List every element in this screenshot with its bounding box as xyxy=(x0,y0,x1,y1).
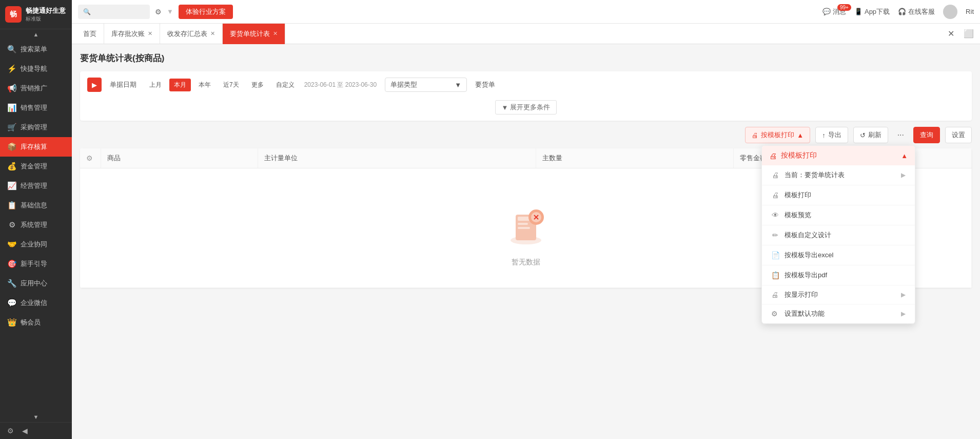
sidebar-logo: 畅 畅捷通好生意 标准版 xyxy=(0,0,72,29)
topbar: 🔍 ⚙ ▼ 体验行业方案 💬 消息 99+ 📱 App下载 🎧 在线客服 Rit xyxy=(72,0,980,24)
purchase-icon: 🛒 xyxy=(7,123,16,132)
excel-icon: 📄 xyxy=(771,251,779,259)
expand-icon: ▼ xyxy=(502,104,508,111)
dropdown-header[interactable]: 🖨 按模板打印 ▲ xyxy=(762,146,915,165)
sidebar: 畅 畅捷通好生意 标准版 ▲ 🔍 搜索菜单 ⚡ 快捷导航 📢 营销推广 📊 销售… xyxy=(0,0,72,439)
tab-order-stats[interactable]: 要货单统计表 ✕ xyxy=(223,24,285,44)
type-select[interactable]: 单据类型 ▼ xyxy=(385,78,467,92)
sidebar-item-label: 销售管理 xyxy=(21,103,47,112)
defaults-label: 设置默认功能 xyxy=(785,309,825,318)
app-download-item[interactable]: 📱 App下载 xyxy=(854,7,890,16)
dropdown-item-print[interactable]: 🖨 模板打印 xyxy=(762,185,915,205)
table-settings-icon[interactable]: ⚙ xyxy=(86,154,93,162)
sidebar-item-quick-nav[interactable]: ⚡ 快捷导航 xyxy=(0,59,72,79)
dropdown-header-label: 按模板打印 xyxy=(781,151,817,160)
query-button[interactable]: 查询 xyxy=(913,127,940,143)
dropdown-section-defaults[interactable]: ⚙ 设置默认功能 ▶ xyxy=(762,304,915,323)
dropdown-section-display-print[interactable]: 🖨 按显示打印 ▶ xyxy=(762,285,915,304)
filter-expand-button[interactable]: ▶ xyxy=(87,78,102,92)
sidebar-item-system[interactable]: ⚙ 系统管理 xyxy=(0,215,72,235)
user-avatar[interactable] xyxy=(943,5,957,19)
export-label: 导出 xyxy=(828,130,841,140)
topbar-search-icon: 🔍 xyxy=(83,8,91,15)
tab-close-icon[interactable]: ✕ xyxy=(210,30,215,37)
sidebar-item-beginner[interactable]: 🎯 新手引导 xyxy=(0,254,72,274)
sidebar-item-member[interactable]: 👑 畅会员 xyxy=(0,313,72,332)
date-filter-label: 单据日期 xyxy=(110,80,136,89)
print-template-button[interactable]: 🖨 按模板打印 ▲ xyxy=(745,127,810,143)
app-download-label: App下载 xyxy=(865,7,890,16)
settings-label: 设置 xyxy=(952,130,965,140)
sidebar-item-inventory[interactable]: 📦 库存核算 xyxy=(0,137,72,157)
topbar-search-box[interactable]: 🔍 xyxy=(78,5,150,19)
dropdown-collapse-icon[interactable]: ▲ xyxy=(901,152,908,160)
tab-close-icon[interactable]: ✕ xyxy=(148,30,152,37)
sidebar-item-label: 资金管理 xyxy=(21,162,47,171)
design-icon: ✏ xyxy=(771,231,779,239)
tab-close-icon[interactable]: ✕ xyxy=(273,30,278,37)
wechat-icon: 💬 xyxy=(7,298,16,308)
marketing-icon: 📢 xyxy=(7,84,16,93)
settings-button[interactable]: 设置 xyxy=(945,127,972,143)
sidebar-item-enterprise[interactable]: 🤝 企业协同 xyxy=(0,235,72,254)
headset-icon: 🎧 xyxy=(898,8,906,15)
sidebar-item-apps[interactable]: 🔧 应用中心 xyxy=(0,274,72,293)
sidebar-item-operations[interactable]: 📈 经营管理 xyxy=(0,176,72,196)
sidebar-scroll-down[interactable]: ▼ xyxy=(0,412,72,422)
date-btn-last-month[interactable]: 上月 xyxy=(145,79,166,91)
export-icon: ↑ xyxy=(822,131,826,139)
chevron-right-icon: ▶ xyxy=(901,171,906,179)
sidebar-item-purchase[interactable]: 🛒 采购管理 xyxy=(0,118,72,137)
sidebar-item-finance[interactable]: 💰 资金管理 xyxy=(0,157,72,176)
empty-illustration xyxy=(500,199,552,251)
topbar-settings-icon[interactable]: ⚙ xyxy=(155,8,162,16)
messages-badge: 99+ xyxy=(837,4,851,11)
settings-footer-icon[interactable]: ⚙ xyxy=(7,427,14,435)
online-service-item[interactable]: 🎧 在线客服 xyxy=(898,7,935,16)
sidebar-item-wechat[interactable]: 💬 企业微信 xyxy=(0,293,72,313)
dropdown-header-icon: 🖨 xyxy=(769,151,777,160)
sidebar-item-sales[interactable]: 📊 销售管理 xyxy=(0,98,72,118)
expand-more-label: 展开更多条件 xyxy=(510,103,550,112)
dropdown-item-export-excel[interactable]: 📄 按模板导出excel xyxy=(762,245,915,265)
tab-inventory-batch[interactable]: 库存批次账 ✕ xyxy=(104,24,160,44)
sidebar-scroll-up[interactable]: ▲ xyxy=(0,29,72,40)
collapse-footer-icon[interactable]: ◀ xyxy=(22,427,28,435)
filter-section: ▶ 单据日期 上月 本月 本年 近7天 更多 自定义 2023-06-01 至 … xyxy=(80,71,972,121)
date-btn-more[interactable]: 更多 xyxy=(247,79,268,91)
messages-item[interactable]: 💬 消息 99+ xyxy=(822,7,846,16)
expand-more-button[interactable]: ▼ 展开更多条件 xyxy=(495,100,557,114)
dropdown-item-custom-design[interactable]: ✏ 模板自定义设计 xyxy=(762,225,915,245)
sidebar-item-basics[interactable]: 📋 基础信息 xyxy=(0,196,72,215)
sidebar-item-label: 畅会员 xyxy=(21,318,41,327)
maximize-window-btn[interactable]: ⬜ xyxy=(962,27,976,41)
date-range-display: 2023-06-01 至 2023-06-30 xyxy=(304,81,377,89)
table-col-product: 商品 xyxy=(101,148,258,168)
username-label: Rit xyxy=(966,8,974,15)
trial-button[interactable]: 体验行业方案 xyxy=(179,5,233,19)
dropdown-item-current[interactable]: 🖨 当前：要货单统计表 ▶ xyxy=(762,165,915,185)
app-logo-icon: 畅 xyxy=(5,6,22,23)
toolbar: 🖨 按模板打印 ▲ ↑ 导出 ↺ 刷新 ··· 查询 设置 xyxy=(80,127,972,143)
tab-home[interactable]: 首页 xyxy=(76,24,104,44)
topbar-chevron-icon[interactable]: ▼ xyxy=(167,8,173,15)
export-button[interactable]: ↑ 导出 xyxy=(815,127,848,143)
sidebar-item-search[interactable]: 🔍 搜索菜单 xyxy=(0,40,72,59)
dropdown-item-preview[interactable]: 👁 模板预览 xyxy=(762,205,915,225)
sidebar-item-label: 快捷导航 xyxy=(21,64,47,73)
date-btn-this-year[interactable]: 本年 xyxy=(194,79,215,91)
phone-icon: 📱 xyxy=(854,8,863,15)
more-options-button[interactable]: ··· xyxy=(893,128,908,142)
date-btn-this-month[interactable]: 本月 xyxy=(169,79,191,91)
sidebar-item-marketing[interactable]: 📢 营销推广 xyxy=(0,79,72,98)
empty-text: 暂无数据 xyxy=(512,258,540,267)
dropdown-item-export-pdf[interactable]: 📋 按模板导出pdf xyxy=(762,265,915,285)
refresh-button[interactable]: ↺ 刷新 xyxy=(853,127,888,143)
brand-name: 畅捷通好生意 xyxy=(26,6,66,15)
date-btn-custom[interactable]: 自定义 xyxy=(271,79,299,91)
apps-icon: 🔧 xyxy=(7,279,16,288)
tab-summary[interactable]: 收发存汇总表 ✕ xyxy=(160,24,223,44)
date-btn-7days[interactable]: 近7天 xyxy=(219,79,244,91)
close-window-btn[interactable]: ✕ xyxy=(946,27,956,41)
window-controls: ✕ ⬜ xyxy=(946,27,980,41)
